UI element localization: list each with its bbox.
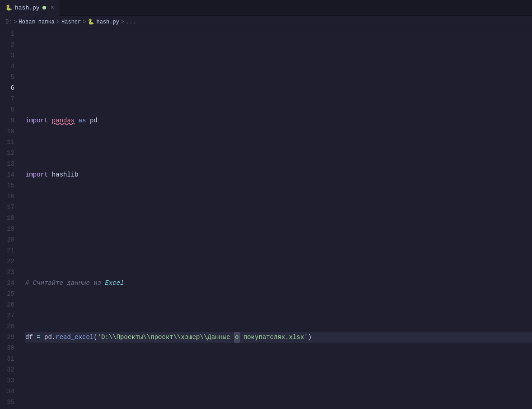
ln-20: 20 bbox=[5, 234, 14, 245]
ln-28: 28 bbox=[5, 321, 14, 332]
sep4: > bbox=[121, 19, 124, 25]
ln-3: 3 bbox=[5, 50, 14, 61]
code-area[interactable]: 1 2 3 4 5 6 7 8 9 10 11 12 13 14 15 16 1… bbox=[0, 28, 532, 409]
ln-1: 1 bbox=[5, 28, 14, 39]
ln-32: 32 bbox=[5, 364, 14, 375]
ln-30: 30 bbox=[5, 343, 14, 353]
ln-9: 9 bbox=[5, 115, 14, 126]
ln-6: 6 bbox=[5, 83, 14, 93]
ln-31: 31 bbox=[5, 353, 14, 364]
ln-22: 22 bbox=[5, 256, 14, 267]
code-content[interactable]: import pandas as pd import hashlib # Счи… bbox=[22, 28, 532, 409]
ln-5: 5 bbox=[5, 72, 14, 83]
ln-8: 8 bbox=[5, 104, 14, 115]
ln-10: 10 bbox=[5, 126, 14, 137]
tab-bar: 🐍 hash.py × bbox=[0, 0, 532, 16]
editor: 1 2 3 4 5 6 7 8 9 10 11 12 13 14 15 16 1… bbox=[0, 28, 532, 409]
breadcrumb-filename[interactable]: hash.py bbox=[96, 19, 119, 25]
code-line-3: import hashlib bbox=[25, 169, 532, 180]
breadcrumb-folder1[interactable]: Новая папка bbox=[19, 19, 55, 25]
sep1: > bbox=[14, 19, 17, 25]
breadcrumb-d: D: bbox=[5, 19, 12, 25]
tab-close-button[interactable]: × bbox=[51, 4, 54, 11]
breadcrumb-folder2[interactable]: Hasher bbox=[61, 19, 81, 25]
ln-19: 19 bbox=[5, 223, 14, 234]
ln-17: 17 bbox=[5, 202, 14, 213]
ln-12: 12 bbox=[5, 148, 14, 158]
breadcrumb-file-icon: 🐍 bbox=[88, 19, 94, 25]
breadcrumb: D: > Новая папка > Hasher > 🐍 hash.py > … bbox=[0, 16, 532, 28]
ln-11: 11 bbox=[5, 137, 14, 148]
code-line-4 bbox=[25, 223, 532, 234]
code-line-1 bbox=[25, 61, 532, 72]
ln-34: 34 bbox=[5, 386, 14, 397]
code-line-7 bbox=[25, 386, 532, 397]
ln-27: 27 bbox=[5, 310, 14, 321]
ln-16: 16 bbox=[5, 191, 14, 202]
breadcrumb-ellipsis: ... bbox=[126, 19, 136, 25]
line-numbers: 1 2 3 4 5 6 7 8 9 10 11 12 13 14 15 16 1… bbox=[0, 28, 22, 409]
code-line-2: import pandas as pd bbox=[25, 115, 532, 126]
sep2: > bbox=[56, 19, 60, 25]
sep3: > bbox=[83, 19, 86, 25]
ln-13: 13 bbox=[5, 158, 14, 169]
file-icon: 🐍 bbox=[5, 5, 12, 11]
modified-indicator bbox=[42, 6, 46, 9]
tab-filename: hash.py bbox=[15, 5, 40, 11]
ln-21: 21 bbox=[5, 245, 14, 256]
ln-18: 18 bbox=[5, 213, 14, 223]
ln-24: 24 bbox=[5, 278, 14, 288]
ln-14: 14 bbox=[5, 169, 14, 180]
ln-33: 33 bbox=[5, 375, 14, 386]
ln-26: 26 bbox=[5, 299, 14, 310]
ln-35: 35 bbox=[5, 397, 14, 408]
code-line-5: # Считайте данные из Excel bbox=[25, 278, 532, 288]
code-line-6: df = pd.read_excel('D:\\Проекты\\проект\… bbox=[25, 332, 532, 343]
ln-15: 15 bbox=[5, 180, 14, 191]
tab-hash-py[interactable]: 🐍 hash.py × bbox=[0, 0, 60, 16]
ln-29: 29 bbox=[5, 332, 14, 343]
ln-2: 2 bbox=[5, 39, 14, 50]
ln-25: 25 bbox=[5, 288, 14, 299]
ln-7: 7 bbox=[5, 93, 14, 104]
ln-23: 23 bbox=[5, 267, 14, 278]
ln-4: 4 bbox=[5, 61, 14, 72]
